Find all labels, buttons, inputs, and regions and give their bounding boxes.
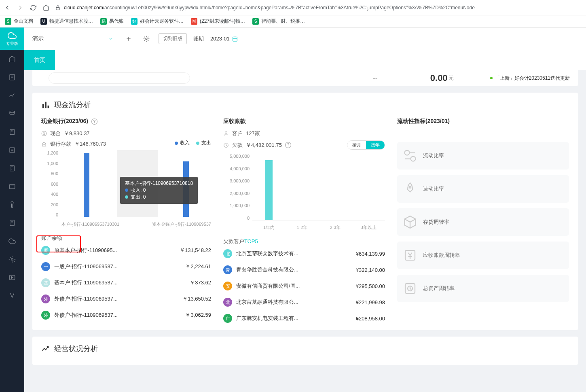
sidebar-building[interactable] <box>0 123 24 141</box>
calendar-icon <box>232 36 238 42</box>
indicator-current-ratio[interactable]: 流动比率 <box>397 142 569 170</box>
liquidity-title: 流动性指标(2023/01) <box>397 118 569 125</box>
toggle-year[interactable]: 按年 <box>366 141 385 149</box>
operations-section: 经营状况分析 <box>32 337 578 365</box>
url-path: /accounting/uw1eb00zy96w/s9unk6yypw/idx.… <box>103 5 475 11</box>
indicator-inventory-turnover[interactable]: 存货周转率 <box>397 208 569 236</box>
debtor-row[interactable]: 安 安徽有信商贸有限公司/国... ¥295,500.00 <box>223 282 385 290</box>
svg-point-18 <box>405 150 410 155</box>
row-icon: 外 <box>41 295 50 303</box>
sidebar-document[interactable] <box>0 214 24 232</box>
receivables-title: 应收账款 <box>223 118 385 125</box>
old-version-button[interactable]: 切到旧版 <box>159 33 187 44</box>
sidebar-invoice[interactable] <box>0 68 24 86</box>
help-icon[interactable]: ? <box>91 119 97 125</box>
section-title-operations: 经营状况分析 <box>41 344 569 354</box>
recv-x-axis: 1年内 1-2年 2-3年 3年以上 <box>252 225 385 231</box>
sidebar-list[interactable] <box>0 141 24 159</box>
browser-home-button[interactable] <box>42 4 50 12</box>
clock-icon <box>223 142 229 148</box>
svg-point-20 <box>409 186 411 188</box>
balance-row[interactable]: 一 一般户-招行-1109069537... ￥2,224.61 <box>41 262 211 271</box>
indicator-receivables-turnover[interactable]: 应收账款周转率 <box>397 242 569 269</box>
section-title-cashflow: 现金流分析 <box>41 100 569 110</box>
svg-rect-11 <box>233 37 237 41</box>
cash-stat: 现金 ￥9,830.37 <box>41 130 211 137</box>
news-dot-icon <box>490 77 493 79</box>
news-item[interactable]: 「上新」好会计20230511迭代更新 <box>490 75 570 82</box>
debt-stat: 欠款 ￥4,482,001.75 ? <box>223 142 291 149</box>
bank-icon <box>41 141 47 147</box>
sidebar-v[interactable] <box>0 286 24 305</box>
receivables-chart[interactable]: 5,000,000 4,000,000 3,000,000 2,000,000 … <box>223 154 385 231</box>
svg-point-8 <box>11 258 13 260</box>
sidebar-cloud[interactable] <box>0 232 24 250</box>
sidebar-home[interactable] <box>0 50 24 68</box>
sidebar-video[interactable] <box>0 268 24 286</box>
settings-button[interactable] <box>141 33 152 44</box>
url-bar[interactable]: cloud.chanjet.com/accounting/uw1eb00zy96… <box>55 5 583 11</box>
debtor-row[interactable]: 广 广东腾安机电安装工程有... ¥208,958.00 <box>223 314 385 323</box>
organization-selector[interactable]: 演示 <box>29 35 116 42</box>
chart-x-axis: 本户-招行-110906953710301 资本金账户-招行-110906953… <box>61 221 211 227</box>
browser-back-button[interactable] <box>3 4 11 12</box>
bookmark-item[interactable]: U畅捷通信息技术股… <box>40 18 93 25</box>
svg-point-16 <box>225 131 227 133</box>
row-icon: 北 <box>223 298 232 307</box>
debtor-row[interactable]: 北 北京富基融通科技有限公... ¥221,999.98 <box>223 298 385 307</box>
customer-stat: 客户 127家 <box>223 130 385 137</box>
sidebar-folder[interactable] <box>0 177 24 195</box>
cash-bank-chart[interactable]: 1,200 1,000 800 600 400 200 0 <box>41 150 211 227</box>
top-bar: 演示 切到旧版 账期 2023-01 <box>24 28 586 50</box>
unit-yuan: 元 <box>448 74 454 82</box>
balance-row[interactable]: 外 外债户-招行-1109069537... ￥3,062.59 <box>41 311 211 320</box>
trend-icon <box>41 344 50 353</box>
debtor-row[interactable]: 青 青岛华胜普金科技有限公... ¥322,140.00 <box>223 265 385 274</box>
logo-text: 专业版 <box>6 41 18 47</box>
bookmark-item[interactable]: S金山文档 <box>5 18 33 25</box>
row-icon: 一 <box>41 262 50 271</box>
main-content: -- 0.00 元 「上新」好会计20230511迭代更新 现金流分析 <box>24 70 586 392</box>
lock-icon <box>55 5 61 11</box>
balance-title: 账户余额 <box>41 235 211 242</box>
indicator-quick-ratio[interactable]: 速动比率 <box>397 175 569 203</box>
svg-rect-6 <box>9 184 15 189</box>
svg-point-2 <box>10 111 15 113</box>
balance-row[interactable]: 基 基本户-招行-1109069537... ￥373.62 <box>41 278 211 287</box>
yen-icon <box>41 131 47 136</box>
sidebar-tool[interactable] <box>0 195 24 214</box>
period-picker[interactable]: 2023-01 <box>210 36 238 42</box>
bookmark-favicon: S <box>252 18 259 25</box>
help-icon[interactable]: ? <box>285 142 291 148</box>
bookmark-item[interactable]: 好好会计云财务软件… <box>131 18 184 25</box>
sidebar-money[interactable] <box>0 104 24 123</box>
sidebar-chart[interactable] <box>0 86 24 104</box>
svg-point-19 <box>411 157 416 161</box>
svg-rect-9 <box>9 275 15 280</box>
indicator-asset-turnover[interactable]: 总资产周转率 <box>397 275 569 302</box>
search-pill[interactable] <box>49 72 190 84</box>
debtor-row[interactable]: 北 北京互帮联众数字技术有... ¥634,139.99 <box>223 249 385 258</box>
sidebar-calculator[interactable] <box>0 159 24 177</box>
balance-row[interactable]: 原 原基本户-招行-11090695... ￥131,548.22 <box>41 246 211 255</box>
row-icon: 广 <box>223 314 232 323</box>
toggle-month[interactable]: 按月 <box>347 141 366 149</box>
period-label: 账期 <box>193 35 204 42</box>
bookmark-item[interactable]: S智能票、财、税推… <box>252 18 305 25</box>
row-icon: 安 <box>223 282 232 290</box>
add-button[interactable] <box>123 33 134 44</box>
browser-forward-button[interactable] <box>16 4 24 12</box>
bookmark-item[interactable]: 易易代账 <box>100 18 124 25</box>
app-logo[interactable]: 专业版 <box>0 28 24 50</box>
sidebar-settings[interactable] <box>0 250 24 268</box>
bookmark-favicon: U <box>40 18 47 25</box>
balance-row[interactable]: 外 外债户-招行-1109069537... ￥13,650.52 <box>41 295 211 303</box>
svg-rect-3 <box>10 129 15 135</box>
browser-reload-button[interactable] <box>29 4 37 12</box>
chart-y-axis: 1,200 1,000 800 600 400 200 0 <box>41 150 58 217</box>
row-icon: 外 <box>41 311 50 320</box>
cash-bank-title: 现金银行(2023/06) ? <box>41 118 211 125</box>
bookmark-item[interactable]: M(227封未读邮件)畅… <box>191 18 245 25</box>
left-sidebar: 专业版 <box>0 28 24 392</box>
tab-home[interactable]: 首页 <box>24 50 55 70</box>
